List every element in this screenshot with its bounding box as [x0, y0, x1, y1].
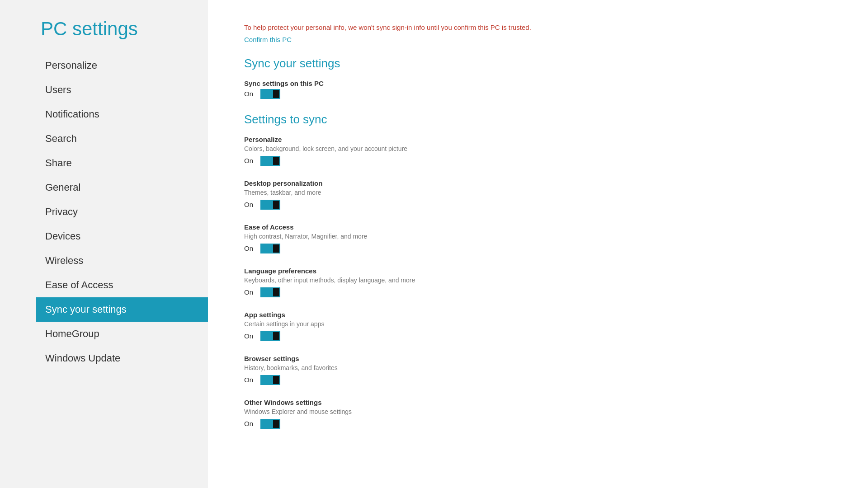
setting-name-0: Personalize	[244, 136, 832, 143]
toggle-thumb	[273, 244, 279, 253]
toggle-6[interactable]	[260, 419, 280, 429]
toggle-row-5: On	[244, 375, 832, 385]
toggle-row-6: On	[244, 419, 832, 429]
toggle-track	[260, 331, 280, 341]
setting-name-2: Ease of Access	[244, 223, 832, 231]
setting-row-2: Ease of AccessHigh contrast, Narrator, M…	[244, 223, 832, 253]
sidebar-item-share[interactable]: Share	[41, 151, 208, 175]
toggle-0[interactable]	[260, 156, 280, 166]
setting-desc-0: Colors, background, lock screen, and you…	[244, 145, 832, 152]
toggle-state-2: On	[244, 244, 253, 252]
settings-to-sync-title: Settings to sync	[244, 113, 832, 127]
setting-row-5: Browser settingsHistory, bookmarks, and …	[244, 355, 832, 385]
sidebar-item-windows-update[interactable]: Windows Update	[41, 346, 208, 371]
setting-row-6: Other Windows settingsWindows Explorer a…	[244, 399, 832, 429]
sync-settings-on-pc-toggle[interactable]	[260, 89, 280, 99]
sidebar-item-ease-of-access[interactable]: Ease of Access	[41, 273, 208, 297]
setting-name-6: Other Windows settings	[244, 399, 832, 406]
toggle-row-3: On	[244, 287, 832, 297]
toggle-thumb	[273, 376, 279, 384]
toggle-1[interactable]	[260, 200, 280, 210]
sidebar: PC settings PersonalizeUsersNotification…	[0, 0, 208, 488]
setting-name-4: App settings	[244, 311, 832, 319]
nav-menu: PersonalizeUsersNotificationsSearchShare…	[41, 53, 208, 371]
toggle-track	[260, 244, 280, 253]
toggle-state-0: On	[244, 157, 253, 164]
toggle-track	[260, 287, 280, 297]
toggle-track	[260, 419, 280, 429]
sidebar-item-privacy[interactable]: Privacy	[41, 200, 208, 224]
toggle-state-4: On	[244, 332, 253, 340]
sidebar-item-general[interactable]: General	[41, 175, 208, 200]
setting-row-0: PersonalizeColors, background, lock scre…	[244, 136, 832, 166]
sidebar-item-search[interactable]: Search	[41, 127, 208, 151]
sync-settings-on-pc-row: Sync settings on this PC On	[244, 80, 832, 99]
sync-settings-on-pc-state: On	[244, 90, 253, 98]
toggle-row-2: On	[244, 244, 832, 253]
sync-settings-on-pc-label: Sync settings on this PC	[244, 80, 832, 87]
toggle-state-5: On	[244, 376, 253, 384]
warning-text: To help protect your personal info, we w…	[244, 23, 832, 33]
setting-row-4: App settingsCertain settings in your app…	[244, 311, 832, 341]
toggle-thumb	[273, 201, 279, 209]
setting-row-3: Language preferencesKeyboards, other inp…	[244, 267, 832, 297]
toggle-row-1: On	[244, 200, 832, 210]
toggle-thumb	[273, 288, 279, 296]
toggle-state-6: On	[244, 420, 253, 427]
toggle-row-0: On	[244, 156, 832, 166]
setting-name-3: Language preferences	[244, 267, 832, 275]
sidebar-item-notifications[interactable]: Notifications	[41, 102, 208, 127]
toggle-track	[260, 375, 280, 385]
setting-desc-4: Certain settings in your apps	[244, 320, 832, 328]
sidebar-item-homegroup[interactable]: HomeGroup	[41, 322, 208, 346]
setting-desc-1: Themes, taskbar, and more	[244, 189, 832, 196]
toggle-state-1: On	[244, 201, 253, 208]
toggle-track	[260, 200, 280, 210]
sync-section-title: Sync your settings	[244, 56, 832, 70]
toggle-4[interactable]	[260, 331, 280, 341]
sidebar-item-wireless[interactable]: Wireless	[41, 249, 208, 273]
setting-desc-5: History, bookmarks, and favorites	[244, 364, 832, 371]
main-content: To help protect your personal info, we w…	[208, 0, 868, 488]
toggle-2[interactable]	[260, 244, 280, 253]
setting-desc-6: Windows Explorer and mouse settings	[244, 408, 832, 415]
sidebar-item-users[interactable]: Users	[41, 78, 208, 102]
setting-row-1: Desktop personalizationThemes, taskbar, …	[244, 179, 832, 210]
confirm-link[interactable]: Confirm this PC	[244, 36, 292, 43]
toggle-thumb	[273, 90, 279, 98]
toggle-3[interactable]	[260, 287, 280, 297]
toggle-5[interactable]	[260, 375, 280, 385]
settings-list: PersonalizeColors, background, lock scre…	[244, 136, 832, 429]
toggle-row-4: On	[244, 331, 832, 341]
app-title: PC settings	[41, 18, 208, 40]
sidebar-item-devices[interactable]: Devices	[41, 224, 208, 249]
sidebar-item-personalize[interactable]: Personalize	[41, 53, 208, 78]
setting-desc-3: Keyboards, other input methods, display …	[244, 277, 832, 284]
setting-name-5: Browser settings	[244, 355, 832, 362]
toggle-track	[260, 89, 280, 99]
toggle-thumb	[273, 332, 279, 340]
toggle-track	[260, 156, 280, 166]
toggle-thumb	[273, 157, 279, 165]
setting-name-1: Desktop personalization	[244, 179, 832, 187]
sync-settings-on-pc-toggle-row: On	[244, 89, 832, 99]
setting-desc-2: High contrast, Narrator, Magnifier, and …	[244, 233, 832, 240]
toggle-thumb	[273, 420, 279, 428]
toggle-state-3: On	[244, 288, 253, 296]
